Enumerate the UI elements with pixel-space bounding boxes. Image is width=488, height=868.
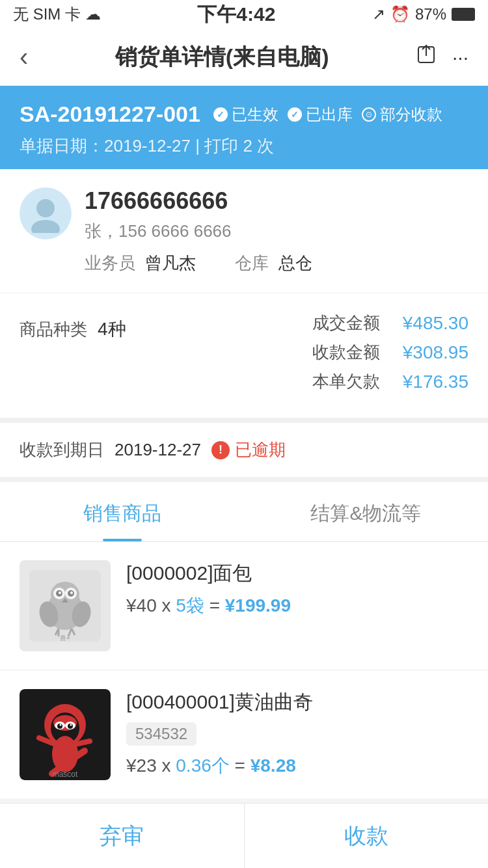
customer-info: 17666666666 张，156 6666 6666 业务员 曾凡杰 仓库 总… [85,187,468,275]
back-button[interactable]: ‹ [20,42,28,72]
nav-bar: ‹ 销货单详情(来自电脑) ··· [0,29,488,86]
svg-point-11 [59,591,61,594]
deal-amount-value: ¥485.30 [390,313,468,334]
stats-section: 商品种类 4种 成交金额 ¥485.30 收款金额 ¥308.95 本单欠款 ¥… [0,293,488,423]
product-total-2: ¥8.28 [251,755,296,776]
svg-point-29 [60,724,62,726]
product-image-2: mascot [20,689,111,780]
balance-value: ¥176.35 [390,372,468,392]
order-header: SA-20191227-001 ✓ 已生效 ✓ 已出库 ⊙ 部分收款 单据日期：… [0,86,488,169]
payment-value: ¥308.95 [390,342,468,363]
product-name-2: [000400001]黄油曲奇 [126,689,468,716]
due-date: 2019-12-27 [115,440,201,460]
badge-activated: ✓ 已生效 [213,104,278,125]
order-id: SA-20191227-001 [20,102,200,127]
product-qty-2: 0.36个 [176,755,230,776]
page-title: 销货单详情(来自电脑) [115,42,329,72]
customer-meta: 业务员 曾凡杰 仓库 总仓 [85,252,468,275]
product-thumb-2: mascot [20,689,111,780]
product-thumb-1: 兽+ [20,560,111,651]
status-badges: ✓ 已生效 ✓ 已出库 ⊙ 部分收款 [213,104,442,125]
bottom-bar: 弃审 收款 [0,803,488,868]
confirm-button[interactable]: 收款 [245,804,489,868]
warehouse-label: 仓库 [235,253,269,273]
tabs: 销售商品 结算&物流等 [0,482,488,542]
cancel-button[interactable]: 弃审 [0,804,245,868]
overdue-label: 已逾期 [235,439,286,461]
salesperson-value: 曾凡杰 [145,253,196,273]
svg-point-2 [36,199,55,217]
customer-sub: 张，156 6666 6666 [85,220,468,243]
product-price-2: ¥23 x 0.36个 = ¥8.28 [126,753,468,778]
product-item-1: 兽+ [0000002]面包 ¥40 x 5袋 = ¥199.99 [0,542,488,670]
payment-row: 收款金额 ¥308.95 [207,341,469,364]
more-button[interactable]: ··· [452,46,468,68]
customer-name: 17666666666 [85,187,468,215]
salesperson-label: 业务员 [85,253,135,273]
payment-label: 收款金额 [312,341,380,364]
product-item-2: mascot [000400001]黄油曲奇 534532 ¥23 x 0.36… [0,671,488,798]
share-icon [416,44,437,65]
overdue-icon: ! [211,441,230,459]
svg-point-30 [70,724,72,726]
badge-partial-payment: ⊙ 部分收款 [362,104,442,125]
badge-shipped: ✓ 已出库 [288,104,353,125]
product-unit-price-2: ¥23 [126,755,157,776]
svg-point-3 [31,220,60,233]
stats-right: 成交金额 ¥485.30 收款金额 ¥308.95 本单欠款 ¥176.35 [207,312,469,400]
product-types: 商品种类 4种 [20,317,207,342]
warehouse-value: 总仓 [278,253,312,273]
clock-icon: ⊙ [362,107,376,122]
product-details-2: [000400001]黄油曲奇 534532 ¥23 x 0.36个 = ¥8.… [126,689,468,778]
battery-level: 87% [415,5,446,23]
stats-left: 商品种类 4种 [20,312,207,400]
svg-text:兽+: 兽+ [60,634,70,642]
product-details-1: [0000002]面包 ¥40 x 5袋 = ¥199.99 [126,560,468,618]
tab-settlement[interactable]: 结算&物流等 [244,482,488,541]
location-icon: ↗ [372,5,385,23]
avatar-icon [26,194,65,233]
product-price-1: ¥40 x 5袋 = ¥199.99 [126,593,468,618]
product-unit-price-1: ¥40 [126,595,157,616]
svg-text:mascot: mascot [53,770,78,779]
overdue-badge: ! 已逾期 [211,439,286,461]
deal-amount-label: 成交金额 [312,312,380,334]
product-total-1: ¥199.99 [225,595,291,616]
product-types-count: 4种 [98,317,126,342]
customer-avatar [20,187,72,239]
due-section: 收款到期日 2019-12-27 ! 已逾期 [0,423,488,482]
due-label: 收款到期日 [20,439,104,461]
svg-point-12 [70,591,73,594]
sim-status: 无 SIM 卡 ☁ [13,4,101,25]
balance-row: 本单欠款 ¥176.35 [207,370,469,393]
status-bar: 无 SIM 卡 ☁ 下午4:42 ↗ ⏰ 87% [0,0,488,29]
customer-section: 17666666666 张，156 6666 6666 业务员 曾凡杰 仓库 总… [0,169,488,293]
tab-sales-goods[interactable]: 销售商品 [0,482,244,541]
product-name-1: [0000002]面包 [126,560,468,587]
share-button[interactable] [416,44,437,70]
check-icon-2: ✓ [288,107,302,122]
status-right: ↗ ⏰ 87% [372,5,475,23]
battery-icon [452,8,475,21]
nav-actions: ··· [416,44,468,70]
product-qty-1: 5袋 [176,595,204,616]
product-sku-2: 534532 [126,722,197,746]
status-time: 下午4:42 [197,1,275,28]
check-icon-1: ✓ [213,107,228,122]
status-left: 无 SIM 卡 ☁ [13,4,101,25]
product-image-1: 兽+ [29,570,101,642]
deal-amount-row: 成交金额 ¥485.30 [207,312,469,334]
order-date: 单据日期：2019-12-27 | 打印 2 次 [20,135,468,157]
balance-label: 本单欠款 [312,370,380,393]
alarm-icon: ⏰ [390,5,410,23]
product-types-label: 商品种类 [20,318,87,341]
svg-line-35 [75,741,90,744]
